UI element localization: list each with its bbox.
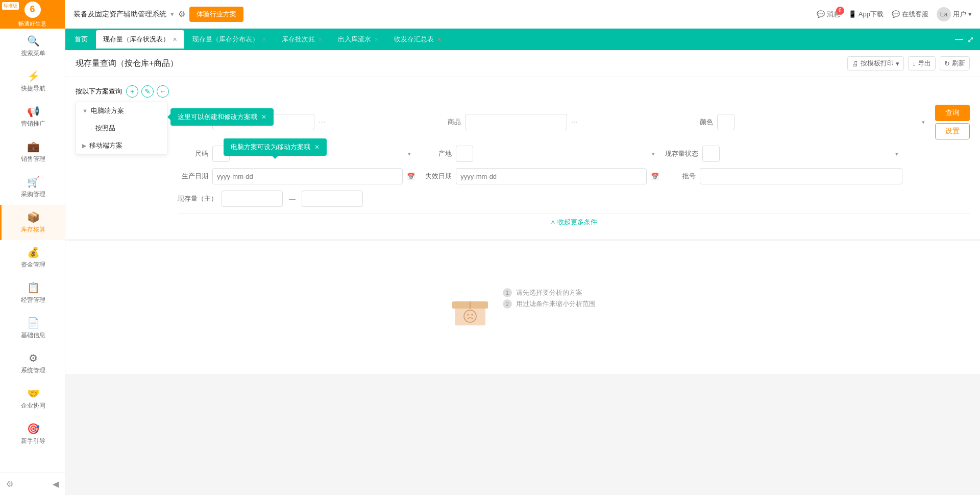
warehouse-dots[interactable]: ··· <box>318 117 325 127</box>
expire-date-label: 失效日期 <box>421 172 452 181</box>
sidebar: 标准版 6 畅通好生意 🔍 搜索菜单 ⚡ 快捷导航 📢 营销推广 💼 销售管理 … <box>0 0 65 495</box>
tab-close-4[interactable]: ✕ <box>437 36 442 43</box>
system-name: 装备及固定资产辅助管理系统 <box>74 10 166 19</box>
tooltip-close-2[interactable]: ✕ <box>261 113 266 121</box>
app-icon: 📱 <box>848 10 856 18</box>
sidebar-item-basic[interactable]: 📄 基础信息 <box>0 311 65 346</box>
print-icon: 🖨 <box>852 60 859 67</box>
filter-group-goods: 商品 ··· <box>430 114 677 130</box>
scheme-item-sub1[interactable]: · 按照品 <box>76 120 167 137</box>
prod-date-icon[interactable]: 📅 <box>407 173 415 180</box>
main-content: 装备及固定资产辅助管理系统 ▾ ⚙ 体验行业方案 💬 消息 6 📱 App下载 … <box>65 0 980 495</box>
topbar-settings-btn[interactable]: ⚙ <box>178 9 185 19</box>
tab-summary[interactable]: 收发存汇总表 ✕ <box>387 30 449 49</box>
user-menu[interactable]: Ea 用户 ▾ <box>937 7 972 21</box>
user-dropdown-icon: ▾ <box>968 10 972 18</box>
batch-input[interactable] <box>700 168 902 184</box>
logo-icon: 6 <box>24 2 41 18</box>
goods-dots[interactable]: ··· <box>571 117 578 127</box>
page-title: 现存量查询（按仓库+商品） <box>76 58 178 69</box>
sidebar-item-system[interactable]: ⚙ 系统管理 <box>0 346 65 381</box>
refresh-icon: ↻ <box>944 60 950 67</box>
svg-point-5 <box>472 314 473 316</box>
export-icon: ↓ <box>913 60 916 67</box>
origin-select[interactable] <box>456 146 473 162</box>
refresh-btn[interactable]: ↻ 刷新 <box>940 56 970 70</box>
message-btn[interactable]: 💬 消息 6 <box>817 10 840 19</box>
collapse-sidebar-btn[interactable]: ◀ <box>53 479 59 489</box>
stock-main-to[interactable] <box>302 191 363 207</box>
tab-close-1[interactable]: ✕ <box>262 36 266 43</box>
filter-group-origin: 产地 <box>421 146 658 162</box>
sidebar-item-guide[interactable]: 🎯 新手引导 <box>0 416 65 452</box>
add-scheme-btn[interactable]: + <box>126 85 138 98</box>
stock-status-label: 现存量状态 <box>665 149 698 158</box>
sidebar-item-finance[interactable]: 💰 资金管理 <box>0 240 65 275</box>
sub-icon: · <box>90 125 92 132</box>
tab-batch[interactable]: 库存批次账 ✕ <box>275 30 330 49</box>
empty-step-2: 2 用过滤条件来缩小分析范围 <box>503 299 596 309</box>
scheme-item-mobile[interactable]: ▶ 移动端方案 <box>76 137 167 154</box>
scheme-item-pc[interactable]: ▼ 电脑端方案 <box>76 102 167 120</box>
size-label: 尺码 <box>178 149 208 158</box>
prod-date-label: 生产日期 <box>178 172 208 181</box>
edit-scheme-btn[interactable]: ✎ <box>141 85 154 98</box>
stock-status-select[interactable] <box>702 146 720 162</box>
industry-btn[interactable]: 体验行业方案 <box>189 7 243 22</box>
tab-close-0[interactable]: ✕ <box>173 36 177 43</box>
sidebar-item-marketing[interactable]: 📢 营销推广 <box>0 99 65 134</box>
tab-inventory-dist[interactable]: 现存量（库存分布表） ✕ <box>185 30 274 49</box>
topbar-dropdown-icon[interactable]: ▾ <box>170 10 174 18</box>
stock-main-from[interactable] <box>222 191 283 207</box>
tab-fullscreen-btn[interactable]: ⤢ <box>967 35 974 44</box>
search-btn[interactable]: 查询 <box>935 105 970 121</box>
scheme-tooltip-1: 电脑方案可设为移动方案哦 ✕ <box>224 138 327 156</box>
color-select[interactable] <box>717 114 734 130</box>
filter-row-3: 生产日期 📅 失效日期 📅 批号 <box>178 168 970 184</box>
filter-header: 按以下方案查询 + ✎ ← <box>76 85 970 98</box>
tab-actions: — ⤢ <box>955 35 978 44</box>
tab-close-3[interactable]: ✕ <box>374 36 379 43</box>
step-num-2: 2 <box>503 299 512 309</box>
sidebar-item-operation[interactable]: 📋 经营管理 <box>0 275 65 311</box>
message-badge: 6 <box>836 7 844 15</box>
settings-footer-btn[interactable]: ⚙ <box>6 479 13 489</box>
tooltip-close-1[interactable]: ✕ <box>314 144 320 151</box>
sidebar-item-inventory[interactable]: 📦 库存核算 <box>0 205 65 240</box>
online-service-btn[interactable]: 💬 在线客服 <box>892 10 928 19</box>
filter-group-expire-date: 失效日期 📅 <box>421 168 658 184</box>
goods-label: 商品 <box>430 117 461 127</box>
app-download-btn[interactable]: 📱 App下载 <box>848 10 884 19</box>
scheme-tooltip-2: 这里可以创建和修改方案哦 ✕ <box>170 108 274 126</box>
filter-group-stock-main: 现存量（主） — <box>178 191 970 207</box>
search-buttons: 查询 设置 <box>935 105 970 139</box>
prod-date-input[interactable] <box>212 168 403 184</box>
tabbar: 首页 现存量（库存状况表） ✕ 现存量（库存分布表） ✕ 库存批次账 ✕ 出入库… <box>65 29 980 50</box>
svg-point-3 <box>464 310 476 322</box>
service-label: 在线客服 <box>902 10 928 19</box>
sidebar-footer: ⚙ ◀ <box>0 473 65 495</box>
expire-date-icon[interactable]: 📅 <box>651 173 659 180</box>
sidebar-item-purchase[interactable]: 🛒 采购管理 <box>0 170 65 205</box>
sidebar-item-sales[interactable]: 💼 销售管理 <box>0 134 65 170</box>
sidebar-item-search[interactable]: 🔍 搜索菜单 <box>0 29 65 64</box>
app-label: App下载 <box>859 10 884 19</box>
tab-close-2[interactable]: ✕ <box>318 36 323 43</box>
expire-date-input[interactable] <box>456 168 646 184</box>
tab-inventory-status[interactable]: 现存量（库存状况表） ✕ <box>96 30 184 49</box>
finance-icon: 💰 <box>27 246 40 258</box>
goods-input[interactable] <box>465 114 567 130</box>
sidebar-item-quick[interactable]: ⚡ 快捷导航 <box>0 64 65 99</box>
tab-home[interactable]: 首页 <box>67 32 95 47</box>
user-label: 用户 <box>953 10 966 19</box>
sidebar-item-enterprise[interactable]: 🤝 企业协同 <box>0 381 65 416</box>
tab-minimize-btn[interactable]: — <box>955 35 963 44</box>
reset-btn[interactable]: 设置 <box>935 123 970 139</box>
back-scheme-btn[interactable]: ← <box>157 85 169 98</box>
collapse-btn[interactable]: ∧ 收起更多条件 <box>178 213 970 231</box>
collapse-arrow-icon: ∧ <box>550 218 556 226</box>
print-btn[interactable]: 🖨 按模板打印 ▾ <box>847 56 904 70</box>
export-btn[interactable]: ↓ 导出 <box>908 56 936 70</box>
tab-inout[interactable]: 出入库流水 ✕ <box>331 30 386 49</box>
stock-main-label: 现存量（主） <box>178 194 217 203</box>
